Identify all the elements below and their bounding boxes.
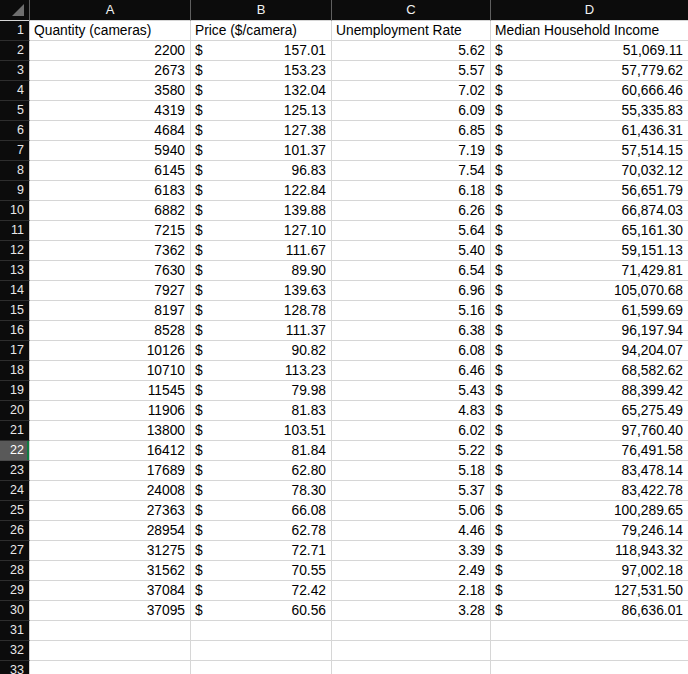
cell-C1[interactable]: Unemployment Rate: [332, 21, 491, 41]
cell-D28[interactable]: $97,002.18: [491, 561, 688, 581]
column-header-B[interactable]: B: [191, 0, 332, 21]
cell-D26[interactable]: $79,246.14: [491, 521, 688, 541]
cell-A3[interactable]: 2673: [30, 61, 191, 81]
cell-C13[interactable]: 6.54: [332, 261, 491, 281]
cell-B21[interactable]: $103.51: [191, 421, 332, 441]
cell-C4[interactable]: 7.02: [332, 81, 491, 101]
cell-D25[interactable]: $100,289.65: [491, 501, 688, 521]
cell-C10[interactable]: 6.26: [332, 201, 491, 221]
cell-B9[interactable]: $122.84: [191, 181, 332, 201]
cell-B17[interactable]: $90.82: [191, 341, 332, 361]
cell-B11[interactable]: $127.10: [191, 221, 332, 241]
cell-C26[interactable]: 4.46: [332, 521, 491, 541]
cell-D18[interactable]: $68,582.62: [491, 361, 688, 381]
cell-D27[interactable]: $118,943.32: [491, 541, 688, 561]
row-header-33[interactable]: 33: [0, 661, 30, 674]
row-header-15[interactable]: 15: [0, 301, 30, 321]
cell-D13[interactable]: $71,429.81: [491, 261, 688, 281]
cell-C32[interactable]: [332, 641, 491, 661]
row-header-2[interactable]: 2: [0, 41, 30, 61]
cell-A8[interactable]: 6145: [30, 161, 191, 181]
cell-D5[interactable]: $55,335.83: [491, 101, 688, 121]
cell-C14[interactable]: 6.96: [332, 281, 491, 301]
row-header-26[interactable]: 26: [0, 521, 30, 541]
cell-A6[interactable]: 4684: [30, 121, 191, 141]
cell-D31[interactable]: [491, 621, 688, 641]
cell-D29[interactable]: $127,531.50: [491, 581, 688, 601]
cell-D1[interactable]: Median Household Income: [491, 21, 688, 41]
cell-C8[interactable]: 7.54: [332, 161, 491, 181]
cell-B33[interactable]: [191, 661, 332, 674]
cell-D33[interactable]: [491, 661, 688, 674]
cell-A11[interactable]: 7215: [30, 221, 191, 241]
cell-D9[interactable]: $56,651.79: [491, 181, 688, 201]
cell-B31[interactable]: [191, 621, 332, 641]
row-header-13[interactable]: 13: [0, 261, 30, 281]
cell-A30[interactable]: 37095: [30, 601, 191, 621]
cell-D21[interactable]: $97,760.40: [491, 421, 688, 441]
cell-A4[interactable]: 3580: [30, 81, 191, 101]
cell-C18[interactable]: 6.46: [332, 361, 491, 381]
row-header-11[interactable]: 11: [0, 221, 30, 241]
cell-A22[interactable]: 16412: [30, 441, 191, 461]
row-header-30[interactable]: 30: [0, 601, 30, 621]
cell-A10[interactable]: 6882: [30, 201, 191, 221]
cell-B29[interactable]: $72.42: [191, 581, 332, 601]
row-header-4[interactable]: 4: [0, 81, 30, 101]
row-header-18[interactable]: 18: [0, 361, 30, 381]
cell-A21[interactable]: 13800: [30, 421, 191, 441]
cell-B20[interactable]: $81.83: [191, 401, 332, 421]
cell-A9[interactable]: 6183: [30, 181, 191, 201]
column-header-C[interactable]: C: [332, 0, 491, 21]
cell-B23[interactable]: $62.80: [191, 461, 332, 481]
cell-C33[interactable]: [332, 661, 491, 674]
cell-B1[interactable]: Price ($/camera): [191, 21, 332, 41]
row-header-32[interactable]: 32: [0, 641, 30, 661]
select-all-corner[interactable]: [0, 0, 30, 21]
cell-C24[interactable]: 5.37: [332, 481, 491, 501]
cell-A31[interactable]: [30, 621, 191, 641]
cell-D17[interactable]: $94,204.07: [491, 341, 688, 361]
cell-D6[interactable]: $61,436.31: [491, 121, 688, 141]
cell-A24[interactable]: 24008: [30, 481, 191, 501]
row-header-27[interactable]: 27: [0, 541, 30, 561]
cell-C30[interactable]: 3.28: [332, 601, 491, 621]
cell-A19[interactable]: 11545: [30, 381, 191, 401]
cell-C25[interactable]: 5.06: [332, 501, 491, 521]
cell-B10[interactable]: $139.88: [191, 201, 332, 221]
row-header-19[interactable]: 19: [0, 381, 30, 401]
cell-C28[interactable]: 2.49: [332, 561, 491, 581]
cell-D19[interactable]: $88,399.42: [491, 381, 688, 401]
cell-A7[interactable]: 5940: [30, 141, 191, 161]
row-header-12[interactable]: 12: [0, 241, 30, 261]
cell-D12[interactable]: $59,151.13: [491, 241, 688, 261]
cell-B26[interactable]: $62.78: [191, 521, 332, 541]
row-header-10[interactable]: 10: [0, 201, 30, 221]
cell-B4[interactable]: $132.04: [191, 81, 332, 101]
row-header-1[interactable]: 1: [0, 21, 30, 41]
cell-C20[interactable]: 4.83: [332, 401, 491, 421]
cell-D32[interactable]: [491, 641, 688, 661]
cell-D3[interactable]: $57,779.62: [491, 61, 688, 81]
cell-D10[interactable]: $66,874.03: [491, 201, 688, 221]
cell-D4[interactable]: $60,666.46: [491, 81, 688, 101]
cell-D15[interactable]: $61,599.69: [491, 301, 688, 321]
cell-A14[interactable]: 7927: [30, 281, 191, 301]
row-header-8[interactable]: 8: [0, 161, 30, 181]
cell-D14[interactable]: $105,070.68: [491, 281, 688, 301]
cell-D24[interactable]: $83,422.78: [491, 481, 688, 501]
row-header-25[interactable]: 25: [0, 501, 30, 521]
cell-C11[interactable]: 5.64: [332, 221, 491, 241]
cell-B18[interactable]: $113.23: [191, 361, 332, 381]
row-header-16[interactable]: 16: [0, 321, 30, 341]
cell-B2[interactable]: $157.01: [191, 41, 332, 61]
row-header-20[interactable]: 20: [0, 401, 30, 421]
cell-A18[interactable]: 10710: [30, 361, 191, 381]
cell-A12[interactable]: 7362: [30, 241, 191, 261]
cell-B3[interactable]: $153.23: [191, 61, 332, 81]
cell-B6[interactable]: $127.38: [191, 121, 332, 141]
cell-B25[interactable]: $66.08: [191, 501, 332, 521]
cell-A27[interactable]: 31275: [30, 541, 191, 561]
cell-A26[interactable]: 28954: [30, 521, 191, 541]
row-header-24[interactable]: 24: [0, 481, 30, 501]
